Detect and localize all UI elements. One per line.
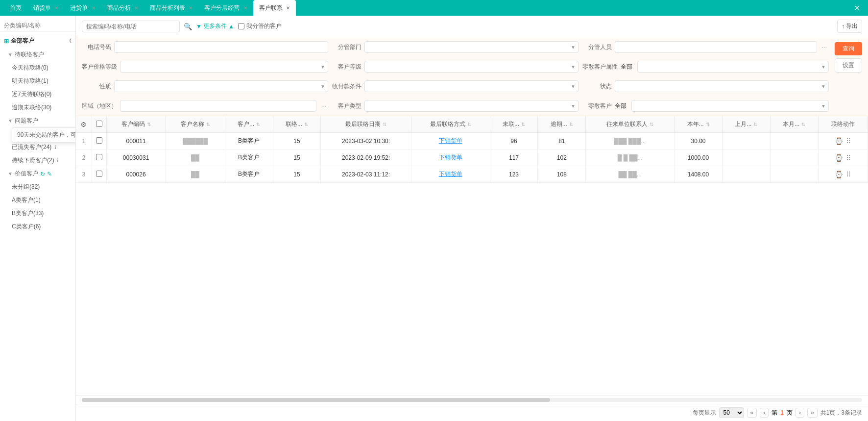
page-size-select[interactable]: 50 100 200 xyxy=(719,407,744,418)
phone-input[interactable] xyxy=(114,41,328,53)
col-checkbox[interactable] xyxy=(92,116,106,133)
cell-last-method[interactable]: 下销货单 xyxy=(411,166,490,183)
zero-grade-select[interactable] xyxy=(637,61,829,73)
nav-customer-segment-close[interactable]: ✕ xyxy=(243,5,247,11)
cell-last-method[interactable]: 下销货单 xyxy=(411,133,490,149)
cell-contact: 15 xyxy=(273,149,321,166)
sidebar-item-declining[interactable]: 持续下滑客户(2) ℹ xyxy=(0,154,75,167)
action-contact-icon[interactable]: ⌚ xyxy=(835,137,843,145)
export-button[interactable]: ↑ 导出 xyxy=(837,20,862,33)
sidebar-item-tomorrow[interactable]: 明天待联络(1) xyxy=(0,74,75,88)
cell-code: 00030031 xyxy=(106,149,166,166)
payment-label: 收付款条件 xyxy=(332,82,362,91)
cell-num: 2 xyxy=(76,149,92,166)
nav-sales-close[interactable]: ✕ xyxy=(54,5,58,11)
filter-person-field: 分管人员 ··· xyxy=(582,41,829,53)
person-input[interactable] xyxy=(615,41,817,53)
action-contact-icon[interactable]: ⌚ xyxy=(835,171,843,178)
nav-sales[interactable]: 销货单 ✕ xyxy=(27,0,64,16)
filter-phone-field: 电话号码 xyxy=(82,41,328,53)
scroll-track[interactable] xyxy=(82,398,862,402)
col-last-method[interactable]: 最后联络方式 ⇅ xyxy=(411,116,490,133)
col-this-year[interactable]: 本年... ⇅ xyxy=(675,116,723,133)
edit-icon[interactable]: ✎ xyxy=(47,171,52,177)
sidebar-item-a-class[interactable]: A类客户(1) xyxy=(0,194,75,207)
nav-customer-segment[interactable]: 客户分层经营 ✕ xyxy=(198,0,253,16)
status-select[interactable] xyxy=(615,80,829,92)
nav-analysis-list[interactable]: 商品分析列表 ✕ xyxy=(144,0,198,16)
select-all-checkbox[interactable] xyxy=(96,121,102,127)
sidebar-group-problem[interactable]: ▼ 问题客户 xyxy=(0,114,75,127)
window-close-button[interactable]: ✕ xyxy=(850,4,864,12)
person-dots-icon[interactable]: ··· xyxy=(820,44,829,50)
cell-code: 000011 xyxy=(106,133,166,149)
sidebar-item-b-class[interactable]: B类客户(33) xyxy=(0,207,75,220)
last-page-button[interactable]: » xyxy=(807,408,818,418)
zero-customer-select[interactable] xyxy=(631,100,829,112)
first-page-button[interactable]: « xyxy=(747,408,757,418)
cell-name: ██████ xyxy=(166,133,225,149)
nav-purchase-close[interactable]: ✕ xyxy=(92,5,96,11)
sidebar-group-pending[interactable]: ▼ 待联络客户 xyxy=(0,48,75,61)
next-page-button[interactable]: › xyxy=(796,408,804,418)
settings-button[interactable]: 设置 xyxy=(835,58,862,73)
sidebar-item-today[interactable]: 今天待联络(0) xyxy=(0,61,75,74)
grid-icon: ⊞ xyxy=(4,38,9,45)
gender-select[interactable] xyxy=(114,80,328,92)
prev-page-button[interactable]: ‹ xyxy=(760,408,769,418)
nav-home[interactable]: 首页 xyxy=(4,0,27,16)
col-overdue[interactable]: 逾期... ⇅ xyxy=(538,116,586,133)
more-conditions-button[interactable]: ▼ 更多条件 ▲ xyxy=(196,22,234,30)
search-input[interactable] xyxy=(82,21,180,32)
col-uncontacted[interactable]: 未联... ⇅ xyxy=(490,116,538,133)
nav-customer-contact-close[interactable]: ✕ xyxy=(286,5,290,11)
action-more-icon[interactable]: ⠿ xyxy=(846,154,851,162)
refresh-icon[interactable]: ↻ xyxy=(40,171,45,177)
nav-analysis-close[interactable]: ✕ xyxy=(134,5,138,11)
action-contact-icon[interactable]: ⌚ xyxy=(835,154,843,162)
nav-analysis-list-close[interactable]: ✕ xyxy=(189,5,193,11)
sidebar-item-c-class[interactable]: C类客户(6) xyxy=(0,220,75,233)
sidebar-item-overdue[interactable]: 逾期未联络(30) xyxy=(0,101,75,114)
cell-checkbox[interactable] xyxy=(92,149,106,166)
price-grade-select[interactable] xyxy=(120,61,328,73)
region-dots-icon[interactable]: ··· xyxy=(319,102,328,109)
sidebar-item-churned[interactable]: 已流失客户(24) ℹ xyxy=(0,141,75,154)
cell-last-method[interactable]: 下销货单 xyxy=(411,149,490,166)
arrow-icon-2: ▼ xyxy=(8,118,13,124)
cell-checkbox[interactable] xyxy=(92,133,106,149)
sidebar-item-ungrouped[interactable]: 未分组(32) xyxy=(0,180,75,194)
col-settings[interactable]: ⚙ xyxy=(76,116,92,133)
col-name[interactable]: 客户名称 ⇅ xyxy=(166,116,225,133)
horizontal-scroll-area[interactable] xyxy=(76,396,868,404)
col-liaison[interactable]: 往来单位联系人 ⇅ xyxy=(586,116,675,133)
sidebar-item-7days[interactable]: 近7天待联络(0) xyxy=(0,88,75,101)
sort-icon-this-month: ⇅ xyxy=(801,122,805,127)
nav-purchase[interactable]: 进货单 ✕ xyxy=(64,0,101,16)
col-code[interactable]: 客户编码 ⇅ xyxy=(106,116,166,133)
col-grade[interactable]: 客户... ⇅ xyxy=(225,116,273,133)
col-this-month[interactable]: 本月... ⇅ xyxy=(770,116,818,133)
col-last-month[interactable]: 上月... ⇅ xyxy=(722,116,770,133)
sidebar-group-value[interactable]: ▼ 价值客户 ↻ ✎ xyxy=(0,167,75,180)
col-contact[interactable]: 联络... ⇅ xyxy=(273,116,321,133)
col-last-date[interactable]: 最后联络日期 ⇅ xyxy=(321,116,411,133)
nav-customer-contact[interactable]: 客户联系 ✕ xyxy=(253,0,296,16)
grade-select[interactable] xyxy=(364,61,579,73)
sidebar-all-customers[interactable]: ⊞ 全部客户 《 xyxy=(0,34,75,48)
action-more-icon[interactable]: ⠿ xyxy=(846,171,851,178)
payment-select[interactable] xyxy=(364,80,579,92)
my-customers-checkbox[interactable] xyxy=(238,23,244,29)
my-customers-checkbox-label[interactable]: 我分管的客户 xyxy=(238,22,282,30)
sidebar-search-input[interactable] xyxy=(4,22,76,29)
nav-analysis[interactable]: 商品分析 ✕ xyxy=(101,0,144,16)
query-button[interactable]: 查询 xyxy=(835,42,862,55)
action-more-icon[interactable]: ⠿ xyxy=(846,137,851,145)
settings-gear-icon[interactable]: ⚙ xyxy=(80,121,87,128)
dept-select[interactable] xyxy=(364,41,579,53)
search-button[interactable]: 🔍 xyxy=(184,23,192,30)
region-input[interactable] xyxy=(120,100,316,112)
scroll-thumb[interactable] xyxy=(82,398,550,402)
customer-type-select[interactable] xyxy=(364,100,579,112)
cell-checkbox[interactable] xyxy=(92,166,106,183)
